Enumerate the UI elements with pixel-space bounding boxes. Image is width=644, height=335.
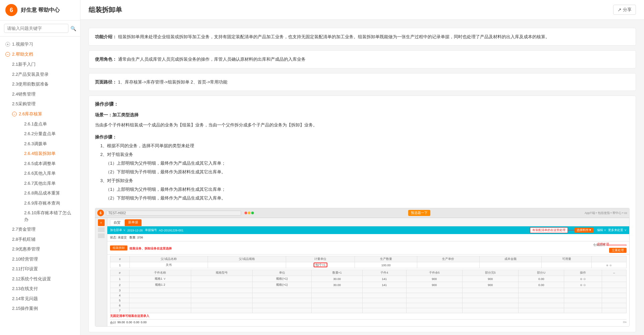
- sub-th-spec: 规格型号: [191, 270, 252, 276]
- sidebar-item-purchase-mgmt[interactable]: 2.5采购管理: [12, 99, 80, 109]
- sub-table-row-6: 6: [110, 303, 627, 308]
- select-btn: 选择料件▼: [575, 228, 594, 233]
- sidebar-item-transfer[interactable]: 2.6.3调拨单: [24, 139, 80, 149]
- step3-sub1: （1）上部明细为父件明细，最终作为原材料生成其它出库单；: [106, 185, 630, 194]
- total-v3: 0.00: [133, 321, 140, 325]
- search-input[interactable]: [4, 24, 68, 33]
- sub-th-qty: 数量×1: [312, 270, 363, 276]
- sub-th-sub4: 部分U: [518, 270, 564, 276]
- sub-th-ops: 操作: [564, 270, 602, 276]
- th-unit-price: 生产单价: [417, 256, 480, 262]
- feature-intro-label: 功能介绍：: [95, 34, 117, 39]
- sidebar-item-inventory-ledger[interactable]: 2.6.9库存账本查询: [24, 198, 80, 208]
- use-role-label: 使用角色：: [95, 57, 117, 62]
- screenshot-box: 6 TEST-H002 预选题一下 AppT端 • 包括使指 • 帮中心 • c…: [95, 208, 630, 327]
- annotation-enable: 启用处理: [597, 242, 609, 246]
- content-area: 功能介绍： 组装拆卸单用来处理企业组装或拆卸等加工业务，支持有固定装配清单的产品…: [80, 20, 644, 335]
- app-logo-sm: 6: [97, 210, 104, 216]
- sidebar-item-cost-recalc[interactable]: 2.6.8商品成本重算: [24, 188, 80, 198]
- sidebar-item-inventory[interactable]: − 2.6库存核算: [12, 109, 80, 119]
- sidebar-item-cost-adjust[interactable]: 2.6.5成本调整单: [24, 159, 80, 169]
- total-v1: 99.00: [117, 321, 125, 325]
- sidebar-item-label: 2.6库存核算: [19, 111, 42, 117]
- sidebar-item-sales-mgmt[interactable]: 2.4销售管理: [12, 89, 80, 99]
- sidebar-item-new-user[interactable]: 2.1新手入门: [12, 59, 80, 69]
- th-prod-qty: 生产数量: [355, 256, 417, 262]
- search-box: 🔍: [0, 20, 80, 37]
- sidebar-subsection-help-docs: 2.1新手入门 2.2产品安装及登录 2.3使用前数据准备 2.4销售管理 2.…: [0, 59, 80, 314]
- annotation-bom: 有装配清单的在这里处理: [530, 227, 568, 233]
- nav-list: + 1.视频学习 − 2.帮助文档 2.1新手入门 2.2产品安装及登录 2.3…: [0, 37, 80, 335]
- sidebar-item-print-settings[interactable]: 2.11打印设置: [12, 264, 80, 274]
- step3-sub2: （2）下部明细为子件明细，最终作为产成品生成其它入库单。: [106, 194, 630, 203]
- page-title: 组装拆卸单: [89, 5, 122, 14]
- sidebar: 6 好生意 帮助中心 🔍 + 1.视频学习 − 2.帮助文档 2.1新手入门 2…: [0, 0, 80, 335]
- sidebar-item-other-in[interactable]: 2.6.6其他入库单: [24, 168, 80, 178]
- step3: 3、对于拆卸业务: [100, 176, 630, 185]
- feature-intro-text: 组装拆卸单用来处理企业组装或拆卸等加工业务，支持有固定装配清单的产品加工业务，也…: [118, 34, 550, 39]
- footer-note: On: [623, 321, 627, 325]
- sub-th-sub3: 部分完5: [462, 270, 518, 276]
- search-icon[interactable]: 🔍: [70, 26, 76, 31]
- sub-table-row-4: 4: [110, 293, 627, 298]
- sidebar-item-personalization[interactable]: 2.12系统个性化设置: [12, 274, 80, 284]
- steps-content: 场景一：加工类型选择 当由多个子件材料组装成一个成品的业务为【组装】业务，当由一…: [95, 111, 630, 203]
- sidebar-item-inventory-error[interactable]: 2.6.10库存账本错了怎么办: [24, 208, 80, 224]
- annotation-assembly: 组装业务、拆卸业务在这里选择: [129, 247, 172, 250]
- step2-sub2: （2）下部明细为子件明细，最终作为原材料生成其它出库单。: [106, 168, 630, 176]
- sidebar-item-data-prep[interactable]: 2.3使用前数据准备: [12, 79, 80, 89]
- collapse-icon: −: [5, 52, 10, 57]
- warehouse-input[interactable]: [606, 244, 627, 246]
- sidebar-item-stocktake[interactable]: 2.6.1盘点单: [24, 119, 80, 129]
- sidebar-item-label: 2.帮助文档: [12, 51, 33, 57]
- sidebar-item-faq[interactable]: 2.14常见问题: [12, 294, 80, 304]
- totals-row: 合计 99.00 0.00 0.00 0.00 On: [110, 319, 627, 325]
- ops-steps-subtitle: 操作步骤：: [95, 133, 630, 142]
- sidebar-subsection-inventory: 2.6.1盘点单 2.6.2分量盘点单 2.6.3调拨单 2.6.4组装拆卸单 …: [12, 119, 80, 225]
- step1: 1、根据不同的业务，选择不同单据的类型来处理: [100, 142, 630, 150]
- sidebar-item-mobile[interactable]: 2.8手机旺辅: [12, 234, 80, 244]
- sub-th-sub2: 子件余5: [406, 270, 462, 276]
- sidebar-item-assembly[interactable]: 2.6.4组装拆卸单: [24, 149, 80, 159]
- step2: 2、对于组装业务: [100, 150, 630, 159]
- teal-bar: 加仓部单 ∨ 2019-12-26 单据编号 AD-20191226-001 有…: [107, 226, 629, 234]
- total-v2: 0.00: [126, 321, 132, 325]
- sidebar-item-online-payment[interactable]: 2.13在线支付: [12, 284, 80, 294]
- total-v4: 0.00: [141, 321, 147, 325]
- brand-title: 好生意 帮助中心: [21, 7, 60, 14]
- app-nav-icon: ≡: [98, 219, 105, 226]
- sidebar-header: 6 好生意 帮助中心: [0, 0, 80, 20]
- use-role-block: 使用角色： 通常由生产人员或库管人员完成拆装业务的操作，库管人员确认原材料的出库…: [89, 50, 636, 68]
- th-parent-name: 父/成品名称: [129, 256, 208, 262]
- sub-th-unit: 单位: [252, 270, 311, 276]
- page-path-block: 页面路径： 1、库存核算->库存管理->组装拆卸单 2、首页->常用功能: [89, 73, 636, 91]
- sidebar-item-partial-stocktake[interactable]: 2.6.2分量盘点单: [24, 129, 80, 139]
- sub-table-row-2: 2 规格1 2 规格(×1) 30.00 141 900 900 0.00: [110, 282, 627, 288]
- sub-th-num: #: [110, 270, 129, 276]
- app-table-area: # 父/成品名称 父/成品规格 计量单位 生产数量 生产单价 成本金额 可用量: [107, 255, 629, 326]
- action-btn: 立案处理: [609, 248, 627, 253]
- sidebar-item-coupon[interactable]: 2.9优惠券管理: [12, 244, 80, 254]
- form-count: 数量: 2/36: [129, 235, 143, 240]
- sidebar-item-install-login[interactable]: 2.2产品安装及登录: [12, 69, 80, 79]
- sidebar-item-finance[interactable]: 2.7资金管理: [12, 224, 80, 234]
- sidebar-item-operations[interactable]: 2.10经营管理: [12, 254, 80, 264]
- sub-th-sub1: 子件4: [363, 270, 406, 276]
- operations-block: 操作步骤： 场景一：加工类型选择 当由多个子件材料组装成一个成品的业务为【组装】…: [89, 96, 636, 332]
- sidebar-item-other-out[interactable]: 2.6.7其他出库单: [24, 178, 80, 188]
- sidebar-item-cases[interactable]: 2.15操作案例: [12, 303, 80, 314]
- ops-title: 操作步骤：: [95, 101, 630, 107]
- th-num: #: [110, 256, 130, 262]
- top-bar: 组装拆卸单 ↗ 分享: [80, 0, 644, 20]
- sub-table-row-5: 5: [110, 298, 627, 303]
- th-ops: [591, 256, 626, 262]
- app-url: TEST-H002: [106, 211, 241, 216]
- process-type-btn: 组装拆卸: [110, 245, 127, 250]
- sidebar-item-help-docs[interactable]: − 2.帮助文档: [0, 49, 80, 59]
- share-button[interactable]: ↗ 分享: [613, 5, 636, 15]
- app-nav-item2: [98, 233, 105, 238]
- sidebar-item-video-learning[interactable]: + 1.视频学习: [0, 39, 80, 49]
- sub-table-row-7: 7: [110, 308, 627, 313]
- feature-intro-block: 功能介绍： 组装拆卸单用来处理企业组装或拆卸等加工业务，支持有固定装配清单的产品…: [89, 28, 636, 46]
- sidebar-item-label: 1.视频学习: [12, 41, 33, 47]
